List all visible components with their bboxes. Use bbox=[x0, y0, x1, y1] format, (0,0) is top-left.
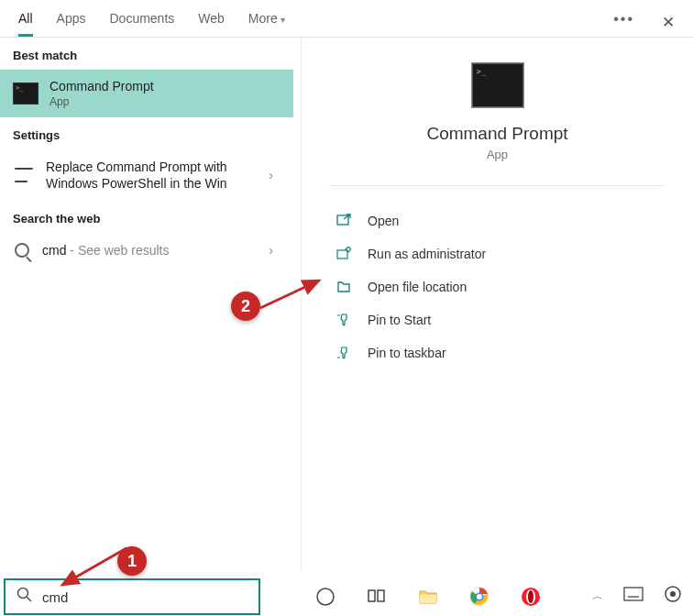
svg-point-4 bbox=[317, 588, 334, 605]
keyboard-icon[interactable] bbox=[623, 587, 644, 605]
tab-documents[interactable]: Documents bbox=[109, 11, 174, 37]
result-title: Replace Command Prompt with Windows Powe… bbox=[46, 159, 269, 192]
tray-app-icon[interactable] bbox=[664, 585, 682, 607]
result-subtitle: App bbox=[50, 95, 280, 108]
pin-start-icon bbox=[336, 313, 353, 327]
tab-web[interactable]: Web bbox=[198, 11, 225, 37]
svg-rect-15 bbox=[624, 588, 643, 600]
section-search-web: Search the web bbox=[0, 201, 293, 233]
action-label: Run as administrator bbox=[368, 247, 486, 261]
cortana-icon[interactable] bbox=[315, 587, 336, 607]
action-label: Open bbox=[368, 214, 399, 228]
command-prompt-icon bbox=[472, 63, 523, 107]
search-header: All Apps Documents Web More▾ ••• ✕ bbox=[0, 0, 693, 38]
task-view-icon[interactable] bbox=[367, 587, 387, 607]
detail-panel: Command Prompt App Open Run as administr… bbox=[301, 38, 693, 571]
opera-icon[interactable] bbox=[521, 587, 541, 607]
svg-point-11 bbox=[477, 594, 482, 600]
chevron-right-icon: › bbox=[269, 168, 273, 182]
open-icon bbox=[336, 214, 353, 228]
result-web-item[interactable]: cmd - See web results › bbox=[0, 233, 293, 268]
result-settings-item[interactable]: Replace Command Prompt with Windows Powe… bbox=[0, 149, 293, 201]
svg-line-3 bbox=[27, 597, 31, 601]
command-prompt-icon bbox=[13, 82, 38, 104]
detail-subtitle: App bbox=[329, 148, 666, 161]
actions-list: Open Run as administrator Open file loca… bbox=[302, 186, 693, 369]
section-settings: Settings bbox=[0, 117, 293, 149]
web-result-prefix: cmd bbox=[42, 243, 66, 258]
action-label: Pin to taskbar bbox=[368, 346, 446, 360]
close-button[interactable]: ✕ bbox=[662, 13, 675, 32]
svg-rect-5 bbox=[368, 590, 375, 601]
svg-rect-6 bbox=[378, 590, 384, 601]
annotation-badge-1: 1 bbox=[117, 546, 147, 576]
folder-icon bbox=[336, 280, 353, 294]
annotation-badge-2: 2 bbox=[231, 292, 260, 321]
action-label: Open file location bbox=[368, 280, 467, 294]
action-run-admin[interactable]: Run as administrator bbox=[329, 237, 666, 270]
more-options-button[interactable]: ••• bbox=[613, 11, 634, 28]
svg-rect-1 bbox=[337, 250, 347, 258]
search-icon bbox=[16, 587, 33, 607]
action-open-location[interactable]: Open file location bbox=[329, 270, 666, 303]
svg-rect-7 bbox=[420, 595, 436, 603]
chevron-right-icon: › bbox=[269, 243, 273, 258]
svg-point-18 bbox=[670, 591, 676, 597]
pin-taskbar-icon bbox=[336, 346, 353, 360]
search-icon bbox=[15, 243, 29, 258]
svg-point-14 bbox=[528, 590, 534, 603]
tray-chevron-icon[interactable]: ︿ bbox=[592, 588, 603, 604]
filter-tabs: All Apps Documents Web More▾ bbox=[18, 11, 285, 37]
web-result-suffix: - See web results bbox=[66, 243, 169, 258]
chevron-down-icon: ▾ bbox=[280, 15, 285, 25]
tab-all[interactable]: All bbox=[18, 11, 33, 37]
admin-icon bbox=[336, 247, 353, 261]
action-open[interactable]: Open bbox=[329, 204, 666, 237]
tab-apps[interactable]: Apps bbox=[57, 11, 86, 37]
search-box[interactable] bbox=[4, 578, 260, 615]
action-pin-taskbar[interactable]: Pin to taskbar bbox=[329, 336, 666, 369]
taskbar: ︿ bbox=[0, 578, 693, 616]
search-input[interactable] bbox=[42, 589, 258, 605]
file-explorer-icon[interactable] bbox=[418, 587, 438, 607]
svg-point-2 bbox=[18, 588, 28, 599]
section-best-match: Best match bbox=[0, 38, 293, 70]
detail-title: Command Prompt bbox=[329, 124, 666, 144]
tab-more[interactable]: More▾ bbox=[248, 11, 285, 37]
chrome-icon[interactable] bbox=[469, 587, 490, 607]
settings-icon bbox=[15, 168, 33, 182]
action-pin-start[interactable]: Pin to Start bbox=[329, 303, 666, 336]
action-label: Pin to Start bbox=[368, 313, 431, 327]
result-title: Command Prompt bbox=[50, 79, 280, 94]
result-command-prompt[interactable]: Command Prompt App bbox=[0, 70, 293, 117]
